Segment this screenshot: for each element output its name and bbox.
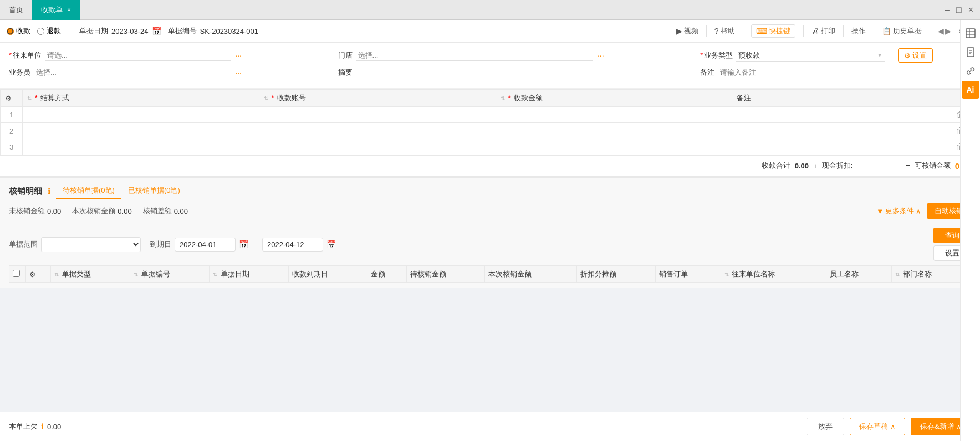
summary-input[interactable] — [356, 67, 604, 78]
th-gear[interactable]: ⚙ — [1, 90, 23, 107]
business-type-select[interactable]: 预收款 ▼ — [736, 49, 885, 62]
date-label: 到期日 — [150, 239, 171, 249]
store-field: 门店 ··· — [338, 50, 604, 61]
sidebar-ai-icon[interactable]: Ai — [962, 81, 979, 99]
divider-6 — [874, 25, 874, 37]
counterpart-input[interactable] — [45, 50, 231, 61]
account-2[interactable] — [259, 123, 496, 139]
info-icon[interactable]: ℹ — [48, 187, 50, 196]
save-draft-dropdown-icon[interactable]: ∧ — [890, 423, 896, 431]
tab-home[interactable]: 首页 — [0, 0, 32, 20]
remarks-input[interactable] — [718, 67, 933, 78]
remark-1[interactable] — [732, 107, 841, 123]
doc-icon — [966, 47, 976, 57]
tab-receipt-close[interactable]: × — [67, 6, 71, 14]
date-field: 单据日期 2023-03-24 📅 — [79, 26, 161, 36]
business-type-dropdown-icon: ▼ — [877, 52, 882, 58]
th-account: ⇅ * 收款账号 — [259, 90, 496, 107]
settings-btn[interactable]: ⚙ 设置 — [898, 48, 933, 63]
window-min-btn[interactable]: – — [942, 5, 952, 15]
amount-1[interactable] — [496, 107, 732, 123]
summary-label: 摘要 — [338, 68, 353, 78]
gear-icon: ⚙ — [904, 52, 911, 60]
date-label: 单据日期 — [79, 26, 108, 36]
tab-pending[interactable]: 待核销单据(0笔) — [56, 183, 121, 199]
range-select[interactable] — [41, 237, 141, 252]
remark-3[interactable] — [732, 139, 841, 155]
amount-2[interactable] — [496, 123, 732, 139]
select-all-checkbox[interactable] — [13, 270, 20, 277]
total-label: 收款合计 — [762, 161, 790, 171]
footer-actions: 放弃 保存草稿 ∧ 保存&新增 ∧ — [807, 418, 971, 435]
window-close-btn[interactable]: × — [966, 5, 976, 15]
summary-field: 摘要 — [338, 67, 604, 78]
abandon-btn[interactable]: 放弃 — [807, 418, 844, 435]
radio-refund-label: 退款 — [47, 26, 61, 36]
table-icon — [966, 28, 976, 38]
help-btn[interactable]: ? 帮助 — [714, 26, 735, 36]
radio-refund-input[interactable] — [37, 28, 44, 35]
amount-3[interactable] — [496, 139, 732, 155]
radio-receipt[interactable]: 收款 — [7, 26, 30, 36]
date-value: 2023-03-24 — [111, 27, 149, 35]
radio-receipt-input[interactable] — [7, 28, 14, 35]
save-draft-btn[interactable]: 保存草稿 ∧ — [850, 418, 905, 435]
store-input[interactable] — [356, 50, 593, 61]
video-label: 视频 — [684, 26, 698, 36]
video-btn[interactable]: ▶ 视频 — [676, 26, 698, 36]
salesman-more-btn[interactable]: ··· — [235, 68, 242, 77]
table-row: 3 🗑 ⊕ — [1, 139, 980, 155]
tab-receipt[interactable]: 收款单 × — [32, 0, 80, 20]
more-conditions-btn[interactable]: ▼ 更多条件 ∧ — [876, 206, 921, 216]
business-type-field: *业务类型 预收款 ▼ ⚙ 设置 — [700, 48, 933, 63]
store-more-btn[interactable]: ··· — [598, 51, 604, 60]
settlement-3[interactable] — [23, 139, 259, 155]
th-gear-bottom[interactable]: ⚙ — [26, 266, 51, 283]
salesman-input[interactable] — [34, 67, 231, 78]
divider-7 — [930, 25, 930, 37]
next-btn[interactable]: ▶ — [945, 27, 951, 35]
date-from-input[interactable] — [175, 238, 236, 252]
action-3: 🗑 ⊕ — [841, 139, 980, 155]
th-remark: 备注 — [732, 90, 841, 107]
section-title-text: 核销明细 — [9, 186, 42, 197]
tab-done[interactable]: 已核销单据(0笔) — [121, 183, 187, 199]
radio-refund[interactable]: 退款 — [37, 26, 61, 36]
range-field: 单据范围 — [9, 237, 141, 252]
sidebar-link-icon[interactable] — [962, 62, 979, 80]
date-to-input[interactable] — [262, 238, 323, 252]
settlement-1[interactable] — [23, 107, 259, 123]
th-discount: 折扣分摊额 — [576, 266, 655, 283]
th-doc-number: ⇅ 单据编号 — [130, 266, 210, 283]
cal-from-icon[interactable]: 📅 — [239, 240, 248, 249]
history-btn[interactable]: 📋 历史单据 — [882, 26, 922, 36]
account-3[interactable] — [259, 139, 496, 155]
discount-label: 现金折扣: — [822, 161, 853, 171]
current-stat: 本次核销金额 0.00 — [72, 206, 131, 216]
sidebar-doc-icon[interactable] — [962, 43, 979, 61]
date-dash: — — [252, 240, 259, 249]
shortcut-btn[interactable]: ⌨ 快捷键 — [751, 24, 795, 38]
calendar-icon[interactable]: 📅 — [152, 27, 161, 35]
number-value: SK-20230324-001 — [200, 27, 259, 35]
business-type-value: 预收款 — [738, 50, 875, 60]
print-btn[interactable]: 🖨 打印 — [811, 26, 835, 36]
th-receipt-date: 收款到期日 — [289, 266, 368, 283]
counterpart-more-btn[interactable]: ··· — [235, 51, 242, 60]
remark-2[interactable] — [732, 123, 841, 139]
settlement-2[interactable] — [23, 123, 259, 139]
window-max-btn[interactable]: □ — [954, 5, 964, 15]
footer-info-icon[interactable]: ℹ — [41, 422, 44, 431]
row-num-3: 3 — [1, 139, 23, 155]
th-checkbox[interactable] — [9, 266, 26, 283]
operation-btn[interactable]: 操作 — [851, 26, 866, 36]
print-icon: 🖨 — [811, 27, 819, 35]
discount-input[interactable] — [857, 160, 901, 171]
cal-to-icon[interactable]: 📅 — [326, 240, 336, 249]
remarks-label: 备注 — [700, 68, 714, 78]
prev-btn[interactable]: ◀ — [938, 27, 944, 35]
divider-5 — [843, 25, 844, 37]
sidebar-table-icon[interactable] — [962, 24, 979, 42]
bottom-table-container: ⚙ ⇅ 单据类型 ⇅ 单据编号 ⇅ 单据日期 收款到期日 — [9, 265, 971, 283]
account-1[interactable] — [259, 107, 496, 123]
